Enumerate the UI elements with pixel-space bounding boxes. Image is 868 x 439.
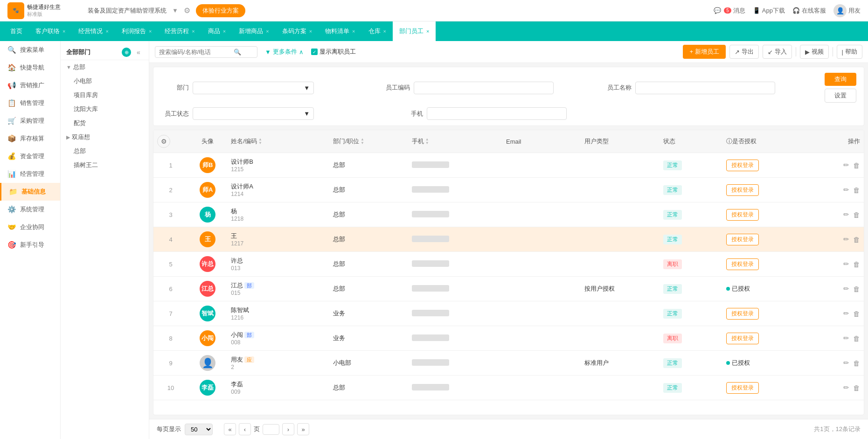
- th-name[interactable]: 姓名/编码 ▲▼: [227, 130, 329, 153]
- edit-icon[interactable]: ✏: [843, 186, 849, 194]
- dept-item-corp[interactable]: ▼ 总部: [61, 60, 149, 74]
- emp-code-input[interactable]: [414, 82, 554, 94]
- delete-icon[interactable]: 🗑: [853, 260, 860, 268]
- tab-home[interactable]: 首页: [4, 21, 29, 41]
- next-page-btn[interactable]: ›: [282, 423, 294, 435]
- app-download-item[interactable]: 📱 App下载: [753, 7, 785, 15]
- table-settings-icon[interactable]: ⚙: [157, 135, 170, 148]
- tab-profit[interactable]: 利润报告×: [115, 21, 158, 41]
- close-active-icon[interactable]: ×: [426, 28, 429, 34]
- sidebar-item-marketing[interactable]: 📢 营销推广: [0, 77, 60, 94]
- authorize-button[interactable]: 授权登录: [726, 333, 759, 344]
- dept-expand-icon[interactable]: ⊕: [122, 48, 131, 57]
- edit-icon[interactable]: ✏: [843, 235, 849, 244]
- delete-icon[interactable]: 🗑: [853, 384, 860, 392]
- dept-item-chashuwang[interactable]: 插树王二: [61, 158, 149, 172]
- emp-status-select[interactable]: ▼: [193, 107, 314, 120]
- sidebar-item-nav[interactable]: 🏠 快捷导航: [0, 59, 60, 77]
- phone-input[interactable]: [427, 107, 567, 120]
- authorize-button[interactable]: 授权登录: [726, 160, 759, 171]
- sort-name[interactable]: 姓名/编码 ▲▼: [231, 137, 326, 146]
- tab-goods[interactable]: 商品×: [201, 21, 232, 41]
- import-button[interactable]: ↙ 导入: [763, 45, 792, 59]
- message-item[interactable]: 💬 5 消息: [714, 7, 745, 15]
- sidebar-item-basic[interactable]: 📁 基础信息: [0, 183, 60, 201]
- delete-icon[interactable]: 🗑: [853, 285, 860, 293]
- authorize-button[interactable]: 授权登录: [726, 184, 759, 196]
- authorize-button[interactable]: 授权登录: [726, 258, 759, 270]
- delete-icon[interactable]: 🗑: [853, 310, 860, 318]
- authorize-button[interactable]: 授权登录: [726, 382, 759, 394]
- dept-item-shuangmiao[interactable]: ▶ 双庙想: [61, 130, 149, 144]
- sidebar-item-guide[interactable]: 🎯 新手引导: [0, 236, 60, 254]
- sort-phone[interactable]: 手机 ▲▼: [412, 137, 499, 146]
- delete-icon[interactable]: 🗑: [853, 161, 860, 169]
- sidebar-item-collab[interactable]: 🤝 企业协同: [0, 218, 60, 236]
- search-input-wrap[interactable]: 🔍: [155, 46, 257, 58]
- edit-icon[interactable]: ✏: [843, 334, 849, 342]
- edit-icon[interactable]: ✏: [843, 285, 849, 293]
- dept-item-hq[interactable]: 总部: [61, 144, 149, 158]
- page-input[interactable]: 1: [263, 424, 279, 435]
- user-item[interactable]: 👤 用友: [833, 4, 861, 17]
- tab-bom[interactable]: 物料清单×: [319, 21, 361, 41]
- delete-icon[interactable]: 🗑: [853, 359, 860, 367]
- query-button[interactable]: 查询: [825, 73, 856, 86]
- edit-icon[interactable]: ✏: [843, 309, 849, 318]
- tab-warehouse[interactable]: 仓库×: [362, 21, 393, 41]
- authorize-button[interactable]: 授权登录: [726, 308, 759, 320]
- dropdown-arrow-icon[interactable]: ▼: [172, 7, 178, 14]
- dept-item-small-elec[interactable]: 小电部: [61, 74, 149, 88]
- close-icon[interactable]: ×: [383, 28, 386, 34]
- authorize-button[interactable]: 授权登录: [726, 234, 759, 245]
- settings-gear-icon[interactable]: ⚙: [184, 6, 190, 15]
- th-dept[interactable]: 部门/职位 ▲▼: [329, 130, 408, 153]
- edit-icon[interactable]: ✏: [843, 210, 849, 219]
- more-conditions-btn[interactable]: ▼ 更多条件 ∧: [261, 46, 307, 58]
- setting-button[interactable]: 设置: [825, 89, 856, 103]
- close-icon[interactable]: ×: [266, 28, 269, 34]
- close-icon[interactable]: ×: [192, 28, 194, 34]
- delete-icon[interactable]: 🗑: [853, 211, 860, 219]
- edit-icon[interactable]: ✏: [843, 383, 849, 392]
- trial-button[interactable]: 体验行业方案: [196, 4, 245, 17]
- close-icon[interactable]: ×: [223, 28, 226, 34]
- dept-select[interactable]: ▼: [193, 82, 314, 94]
- search-input[interactable]: [159, 49, 234, 56]
- dept-item-shenyang[interactable]: 沈阳大库: [61, 102, 149, 116]
- tab-new-goods[interactable]: 新增商品×: [232, 21, 275, 41]
- close-icon[interactable]: ×: [352, 28, 355, 34]
- sidebar-item-search[interactable]: 🔍 搜索菜单: [0, 41, 60, 59]
- delete-icon[interactable]: 🗑: [853, 186, 860, 194]
- tab-history[interactable]: 经营历程×: [158, 21, 201, 41]
- delete-icon[interactable]: 🗑: [853, 236, 860, 244]
- dept-item-distribution[interactable]: 配货: [61, 116, 149, 130]
- sidebar-item-system[interactable]: ⚙️ 系统管理: [0, 201, 60, 218]
- close-icon[interactable]: ×: [105, 28, 108, 34]
- sidebar-item-finance[interactable]: 💰 资金管理: [0, 147, 60, 165]
- sidebar-item-inventory[interactable]: 📦 库存核算: [0, 130, 60, 147]
- last-page-btn[interactable]: »: [297, 423, 309, 435]
- th-phone[interactable]: 手机 ▲▼: [408, 130, 502, 153]
- page-size-select[interactable]: 50 100: [185, 424, 213, 435]
- tab-operation[interactable]: 经营情况×: [72, 21, 115, 41]
- close-icon[interactable]: ×: [62, 28, 65, 34]
- edit-icon[interactable]: ✏: [843, 359, 849, 367]
- sort-dept[interactable]: 部门/职位 ▲▼: [333, 137, 404, 146]
- online-service-item[interactable]: 🎧 在线客服: [792, 7, 826, 15]
- emp-name-input[interactable]: [635, 82, 775, 94]
- dept-item-project[interactable]: 项目库房: [61, 88, 149, 102]
- close-icon[interactable]: ×: [309, 28, 312, 34]
- edit-icon[interactable]: ✏: [843, 260, 849, 268]
- tab-customer[interactable]: 客户联络×: [29, 21, 72, 41]
- export-button[interactable]: ↗ 导出: [729, 45, 759, 59]
- tab-dept-staff[interactable]: 部门员工×: [393, 21, 436, 41]
- delete-icon[interactable]: 🗑: [853, 334, 860, 342]
- show-resigned-toggle[interactable]: ✓ 显示离职员工: [311, 48, 356, 56]
- sidebar-item-sales[interactable]: 📋 销售管理: [0, 94, 60, 112]
- help-button[interactable]: | 帮助: [837, 45, 862, 59]
- add-employee-button[interactable]: + 新增员工: [683, 45, 725, 59]
- close-icon[interactable]: ×: [149, 28, 152, 34]
- tab-barcode[interactable]: 条码方案×: [276, 21, 319, 41]
- dept-fold-icon[interactable]: «: [134, 48, 143, 57]
